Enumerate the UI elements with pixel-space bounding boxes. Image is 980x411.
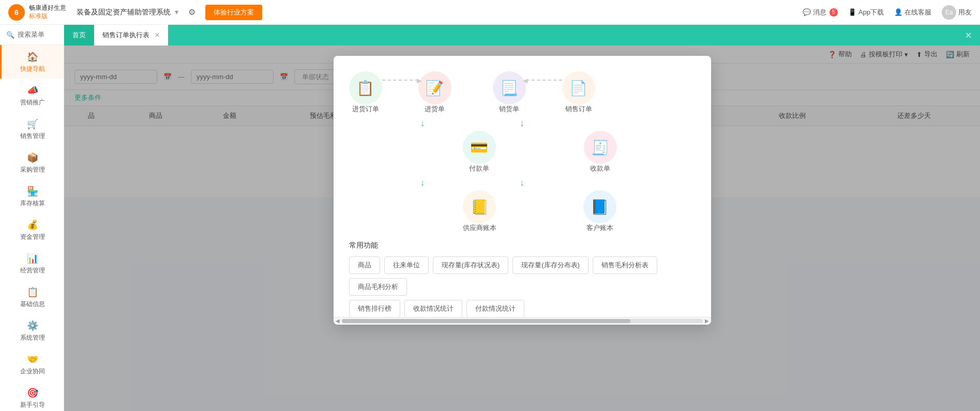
message-icon: 💬 — [803, 8, 811, 16]
marketing-icon: 📣 — [27, 85, 38, 96]
customer-account-node: 📘 客户账本 — [583, 190, 616, 233]
sales-slip-node: 📃 销货单 — [493, 71, 526, 114]
receipt-slip-circle: 🧾 — [584, 131, 617, 164]
operation-icon: 📊 — [27, 253, 38, 264]
purchase-order-node: 📋 进货订单 — [349, 71, 382, 114]
down-arrow-supplier: ↓ — [349, 177, 496, 188]
purchase-icon: 📦 — [27, 152, 38, 163]
arrows-row3: ↓ ↓ — [349, 177, 696, 188]
modal-overlay[interactable]: 📋 进货订单 ▶ 📝 进货单 — [64, 45, 980, 411]
dropdown-arrow-icon[interactable]: ▾ — [175, 8, 178, 16]
tab-close-icon[interactable]: ✕ — [155, 32, 160, 39]
arrow-sales: ◀ — [526, 80, 562, 81]
sidebar-item-inventory[interactable]: 🏪 库存核算 — [0, 179, 64, 213]
scroll-right-arrow[interactable]: ▶ — [705, 318, 709, 324]
logo-area: 6 畅康通好生意 标准版 — [8, 4, 70, 21]
content-area: 首页 销售订单执行表 ✕ ✕ ❓ 帮助 🖨 按 — [64, 25, 980, 411]
customer-account-circle: 📘 — [583, 190, 616, 223]
inventory-icon: 🏪 — [27, 186, 38, 197]
guide-icon: 🎯 — [27, 387, 38, 399]
payment-slip-circle: 💳 — [463, 131, 496, 164]
settings-gear-button[interactable]: ⚙ — [185, 5, 199, 20]
flow-top-row: 📋 进货订单 ▶ 📝 进货单 — [349, 71, 696, 114]
down-arrow-payment: ↓ — [349, 118, 496, 129]
func-btn-stock-dist[interactable]: 现存量(库存分布表) — [512, 256, 589, 274]
sidebar-item-quick-nav[interactable]: 🏠 快捷导航 — [0, 45, 64, 79]
sidebar-item-guide[interactable]: 🎯 新手引导 — [0, 381, 64, 411]
tab-home[interactable]: 首页 — [64, 25, 94, 45]
arrows-middle: ↓ ↓ — [349, 118, 696, 129]
sidebar-item-sales[interactable]: 🛒 销售管理 — [0, 112, 64, 146]
sales-order-node: 📄 销售订单 — [562, 71, 595, 114]
download-icon: 📱 — [848, 8, 856, 16]
sales-slip-circle: 📃 — [493, 71, 526, 104]
func-btn-sales-rank[interactable]: 销售排行榜 — [349, 300, 400, 317]
search-icon: 🔍 — [6, 31, 14, 39]
customer-account-label: 客户账本 — [586, 223, 613, 233]
func-btn-stock-status[interactable]: 现存量(库存状况表) — [433, 256, 509, 274]
func-btn-contacts[interactable]: 往来单位 — [384, 256, 429, 274]
modal-content: 📋 进货订单 ▶ 📝 进货单 — [334, 56, 711, 317]
cooperation-icon: 🤝 — [27, 354, 38, 365]
scrollbar-thumb — [342, 319, 630, 323]
scrollbar-track[interactable] — [342, 319, 703, 323]
sidebar-item-marketing[interactable]: 📣 营销推广 — [0, 79, 64, 112]
common-funcs-section: 常用功能 商品 往来单位 现存量(库存状况表) 现存量(库存分布表) 销售毛利分… — [349, 241, 696, 317]
sidebar-item-basic-info[interactable]: 📋 基础信息 — [0, 280, 64, 314]
func-btn-product-profit[interactable]: 商品毛利分析 — [349, 278, 407, 296]
payment-slip-node: 💳 付款单 — [463, 131, 496, 173]
system-title: 装备及固定资产辅助管理系统 ▾ — [77, 8, 178, 17]
sales-icon: 🛒 — [27, 118, 38, 130]
online-service-button[interactable]: 👤 在线客服 — [894, 8, 931, 17]
page-content: ❓ 帮助 🖨 按模板打印 ▾ ⬆ 导出 🔄 刷新 — [64, 45, 980, 411]
flow-second-row: 💳 付款单 🧾 收款单 — [349, 131, 696, 173]
logo-icon: 6 — [8, 4, 25, 21]
user-profile-button[interactable]: Ea 用友 — [942, 5, 972, 20]
trial-button[interactable]: 体验行业方案 — [205, 5, 262, 20]
sidebar-item-operation[interactable]: 📊 经营管理 — [0, 247, 64, 280]
func-buttons-row1: 商品 往来单位 现存量(库存状况表) 现存量(库存分布表) 销售毛利分析表 商品… — [349, 256, 696, 296]
func-btn-sales-profit-analysis[interactable]: 销售毛利分析表 — [593, 256, 657, 274]
logo-text: 畅康通好生意 标准版 — [29, 4, 66, 20]
top-bar: 6 畅康通好生意 标准版 装备及固定资产辅助管理系统 ▾ ⚙ 体验行业方案 💬 … — [0, 0, 980, 25]
purchase-order-label: 进货订单 — [352, 104, 379, 114]
scroll-left-arrow[interactable]: ◀ — [336, 318, 340, 324]
arrow-purchase: ▶ — [382, 80, 418, 81]
func-btn-receipt-stats[interactable]: 收款情况统计 — [404, 300, 462, 317]
flow-modal: 📋 进货订单 ▶ 📝 进货单 — [334, 56, 711, 325]
supplier-account-circle: 📒 — [463, 190, 496, 223]
receipt-slip-label: 收款单 — [590, 164, 610, 173]
sidebar-item-system[interactable]: ⚙️ 系统管理 — [0, 314, 64, 347]
sidebar: 🔍 搜索菜单 🏠 快捷导航 📣 营销推广 🛒 销售管理 📦 采购管理 🏪 — [0, 25, 64, 411]
message-badge: 5 — [830, 8, 838, 17]
purchase-order-circle: 📋 — [349, 71, 382, 104]
close-all-tabs-button[interactable]: ✕ — [957, 25, 980, 45]
message-button[interactable]: 💬 消息 5 — [803, 8, 838, 17]
func-btn-product[interactable]: 商品 — [349, 256, 380, 274]
sales-order-label: 销售订单 — [565, 104, 592, 114]
sidebar-item-purchase[interactable]: 📦 采购管理 — [0, 146, 64, 179]
main-layout: 🔍 搜索菜单 🏠 快捷导航 📣 营销推广 🛒 销售管理 📦 采购管理 🏪 — [0, 25, 980, 411]
top-bar-right: 💬 消息 5 📱 App下载 👤 在线客服 Ea 用友 — [803, 5, 972, 20]
app-container: 6 畅康通好生意 标准版 装备及固定资产辅助管理系统 ▾ ⚙ 体验行业方案 💬 … — [0, 0, 980, 411]
func-btn-payment-stats[interactable]: 付款情况统计 — [466, 300, 524, 317]
finance-icon: 💰 — [27, 219, 38, 231]
sales-order-circle: 📄 — [562, 71, 595, 104]
service-icon: 👤 — [894, 8, 902, 16]
sales-slip-label: 销货单 — [499, 104, 519, 114]
sidebar-item-cooperation[interactable]: 🤝 企业协同 — [0, 347, 64, 381]
common-funcs-title: 常用功能 — [349, 241, 696, 250]
tab-bar: 首页 销售订单执行表 ✕ ✕ — [64, 25, 980, 45]
purchase-slip-circle: 📝 — [418, 71, 451, 104]
supplier-account-label: 供应商账本 — [463, 223, 496, 233]
supplier-account-node: 📒 供应商账本 — [463, 190, 496, 233]
search-menu-button[interactable]: 🔍 搜索菜单 — [0, 25, 64, 45]
purchase-slip-node: 📝 进货单 — [418, 71, 451, 114]
down-arrow-customer: ↓ — [496, 177, 548, 188]
top-bar-left: 6 畅康通好生意 标准版 装备及固定资产辅助管理系统 ▾ ⚙ 体验行业方案 — [8, 4, 262, 21]
app-download-button[interactable]: 📱 App下载 — [848, 8, 884, 17]
sidebar-item-finance[interactable]: 💰 资金管理 — [0, 213, 64, 247]
tab-sales-order-exec[interactable]: 销售订单执行表 ✕ — [94, 25, 168, 45]
avatar: Ea — [942, 5, 956, 20]
down-arrow-receipt: ↓ — [496, 118, 548, 129]
